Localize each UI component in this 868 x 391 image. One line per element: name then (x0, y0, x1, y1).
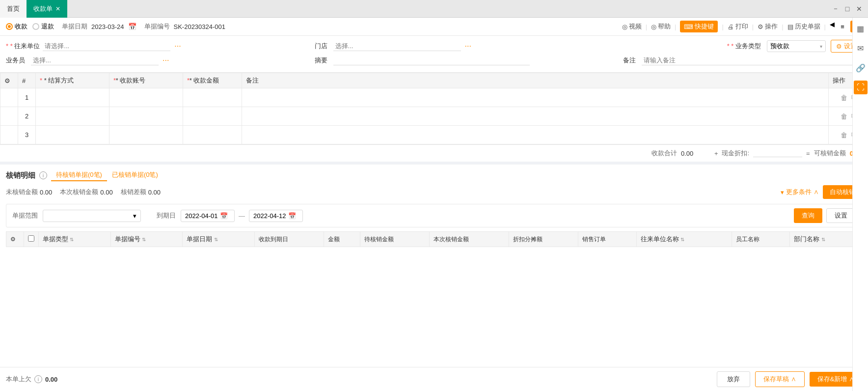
row1-settle[interactable] (36, 88, 109, 107)
sidebar-attachment-icon[interactable]: 🔗 (854, 61, 868, 75)
discard-button[interactable]: 放弃 (717, 371, 750, 387)
employee-input[interactable] (31, 56, 159, 65)
business-type-select[interactable]: 预收款 ▾ (767, 40, 826, 52)
sidebar-expand-icon[interactable]: ⛶ (854, 81, 868, 94)
row2-account[interactable] (109, 107, 183, 126)
minimize-button[interactable]: － (832, 5, 840, 13)
row3-account[interactable] (109, 126, 183, 144)
row3-delete-icon[interactable]: 🗑 (841, 131, 847, 139)
tab-done[interactable]: 已核销单据(0笔) (107, 169, 163, 181)
action-print[interactable]: 🖨 打印 (728, 22, 748, 31)
table-row: 2 🗑 ⧉ (0, 107, 868, 126)
maximize-button[interactable]: □ (843, 5, 851, 13)
query-button[interactable]: 查询 (794, 208, 822, 223)
writeoff-section: 核销明细 i 待核销单据(0笔) 已核销单据(0笔) 未核销金额 0.00 本次… (0, 162, 868, 367)
date-to-input[interactable]: 2022-04-12 📅 (249, 210, 303, 222)
row2-settle[interactable] (36, 107, 109, 126)
radio-refund[interactable]: 退款 (32, 22, 54, 31)
row1-account[interactable] (109, 88, 183, 107)
filter-setting-button[interactable]: 设置 (826, 208, 856, 223)
col-header-remark: 备注 (242, 73, 829, 88)
employee-more-icon[interactable]: ··· (159, 56, 173, 65)
action-operations[interactable]: ⚙ 操作 (758, 22, 778, 31)
action-shortcut[interactable]: ⌨ 快捷键 (680, 21, 718, 32)
save-draft-button[interactable]: 保存草稿 ∧ (755, 371, 805, 387)
date-filter-field: 到期日 2022-04-01 📅 — 2022-04-12 📅 (157, 210, 303, 222)
discount-input[interactable] (753, 149, 802, 157)
bt-col-check[interactable] (24, 232, 39, 247)
counterpart-input[interactable] (43, 41, 170, 51)
writeoff-table: ⚙ 单据类型 ⇅ 单据编号 ⇅ 单据日期 ⇅ 收款到期日 金额 待核销金额 本次… (6, 231, 862, 247)
summary-field: 摘要 (305, 56, 614, 65)
store-more-icon[interactable]: ··· (461, 42, 475, 51)
range-label: 单据范围 (12, 211, 38, 220)
sep2: | (675, 23, 676, 30)
sidebar-table-icon[interactable]: ▦ (854, 22, 868, 35)
bt-col-dept: 部门名称 ⇅ (790, 232, 862, 247)
bt-col-counterpart: 往来单位名称 ⇅ (636, 232, 732, 247)
row1-delete-icon[interactable]: 🗑 (841, 94, 847, 102)
balance-value: 0.00 (45, 376, 57, 383)
bt-col-date: 单据日期 ⇅ (183, 232, 255, 247)
row3-amount[interactable] (183, 126, 242, 144)
date-from-value: 2022-04-01 (185, 212, 218, 220)
number-label: 单据编号 (144, 22, 170, 31)
history-icon: ▤ (787, 23, 793, 30)
footer-balance: 本单上欠 i 0.00 (6, 375, 57, 384)
remark-input[interactable] (642, 56, 862, 65)
number-value[interactable]: SK-20230324-001 (174, 23, 226, 30)
counterpart-more-icon[interactable]: ··· (170, 42, 185, 51)
operations-icon: ⚙ (758, 23, 763, 30)
radio-receipt-dot (6, 23, 13, 30)
more-conditions-btn[interactable]: ▾ 更多条件 ∧ (781, 188, 819, 196)
balance-info-icon[interactable]: i (34, 375, 42, 383)
writeoff-stats: 未核销金额 0.00 本次核销金额 0.00 核销差额 0.00 ▾ 更多条件 … (6, 185, 862, 199)
radio-refund-label: 退款 (41, 22, 54, 31)
row3-settle[interactable] (36, 126, 109, 144)
row2-delete-icon[interactable]: 🗑 (841, 112, 847, 120)
radio-receipt[interactable]: 收款 (6, 22, 27, 31)
bt-col-discount: 折扣分摊额 (509, 232, 578, 247)
shortcut-icon: ⌨ (684, 23, 693, 30)
row1-remark[interactable] (242, 88, 829, 107)
tab-receipt[interactable]: 收款单 ✕ (27, 0, 67, 18)
tab-bar: 首页 收款单 ✕ － □ ✕ (0, 0, 868, 18)
bt-col-gear[interactable]: ⚙ (6, 232, 24, 247)
section-title-row: 核销明细 i 待核销单据(0笔) 已核销单据(0笔) (6, 169, 862, 181)
employee-label: 业务员 (6, 56, 28, 65)
info-icon[interactable]: i (39, 171, 47, 179)
col-header-gear[interactable]: ⚙ (0, 73, 18, 88)
sidebar-email-icon[interactable]: ✉ (854, 41, 868, 55)
range-select[interactable]: ▾ (43, 210, 141, 222)
writeoff-toolbar: ▾ 更多条件 ∧ 自动核销 (781, 185, 862, 199)
chevron-down-icon: ▾ (820, 44, 822, 49)
counterpart-field: * 往来单位 ··· (6, 41, 305, 51)
action-help[interactable]: ◎ 帮助 (651, 22, 671, 31)
save-draft-label: 保存草稿 ∧ (763, 375, 796, 384)
sep4: | (752, 23, 754, 30)
tab-pending[interactable]: 待核销单据(0笔) (51, 169, 107, 181)
filter-buttons: 查询 设置 (794, 208, 856, 223)
row1-amount[interactable] (183, 88, 242, 107)
table-header-row: ⚙ # * * 结算方式 * * 收款账号 * * 收款金额 备注 (0, 73, 868, 88)
row3-remark[interactable] (242, 126, 829, 144)
store-field: 门店 ··· (305, 41, 614, 51)
row2-amount[interactable] (183, 107, 242, 126)
layout-list-btn[interactable]: ≡ (837, 21, 848, 32)
total-label: 收款合计 (651, 149, 677, 158)
action-video[interactable]: ◎ 视频 (622, 22, 642, 31)
row2-remark[interactable] (242, 107, 829, 126)
layout-prev-icon[interactable]: ◀ (830, 21, 835, 32)
counterpart-label: * 往来单位 (6, 42, 43, 51)
date-from-input[interactable]: 2022-04-01 📅 (181, 210, 235, 222)
date-icon[interactable]: 📅 (128, 23, 136, 30)
tab-home[interactable]: 首页 (0, 0, 27, 18)
store-input[interactable] (333, 41, 461, 51)
tab-close-icon[interactable]: ✕ (55, 5, 60, 12)
date-value[interactable]: 2023-03-24 (91, 23, 124, 30)
close-button[interactable]: ✕ (855, 5, 863, 13)
sep5: | (782, 23, 783, 30)
select-all-checkbox[interactable] (28, 235, 34, 242)
action-history[interactable]: ▤ 历史单据 (787, 22, 820, 31)
summary-input[interactable] (333, 56, 530, 65)
